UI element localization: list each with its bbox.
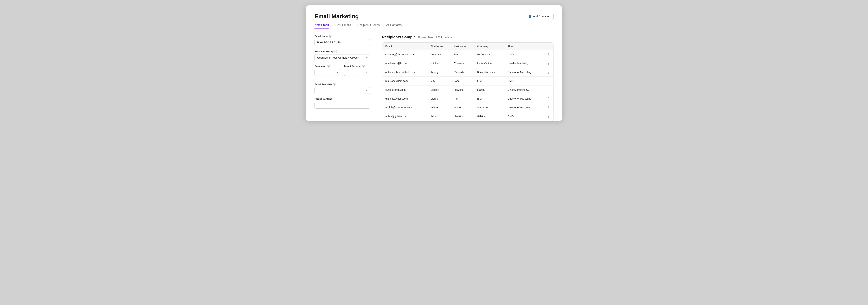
email-template-info-icon[interactable]: i (333, 83, 336, 86)
table-body: courtney@mcdonalds.comCourtneyFoxMcDonal… (382, 50, 554, 121)
header-row: Email Marketing 👤 Add Contacts (314, 13, 554, 20)
campaign-info-icon[interactable]: i (327, 65, 330, 67)
col-company: Company (474, 42, 504, 50)
col-email: Email (382, 42, 427, 50)
target-persona-wrapper: ▾ (344, 69, 370, 76)
table-row: m.edwards@lv.comMitchellEdwardsLouis Vui… (382, 59, 554, 68)
email-name-input[interactable] (314, 39, 370, 46)
cell-first-name: Arlene (427, 103, 451, 112)
cell-email: courtney@mcdonalds.com (382, 50, 427, 59)
row-menu-button[interactable]: ⋮ (541, 50, 553, 59)
cell-company: McDonald's (474, 50, 504, 59)
table-row: max.lane@ibm.comMaxLaneIBMCMO⋮ (382, 76, 554, 85)
cell-title: Director of Marketing (504, 94, 541, 103)
email-template-group: Email Template i ▾ (314, 83, 370, 94)
cell-last-name: Fox (451, 94, 474, 103)
cell-first-name: Aubrey (427, 68, 451, 76)
table-row: courtney@mcdonalds.comCourtneyFoxMcDonal… (382, 50, 554, 59)
campaign-label: Campaign i (314, 65, 341, 67)
target-content-select[interactable] (314, 102, 370, 109)
campaign-group: Campaign i ▾ (314, 65, 341, 79)
cell-last-name: Warren (451, 103, 474, 112)
target-content-label: Target Content i (314, 98, 370, 100)
target-content-group: Target Content i ▾ (314, 98, 370, 109)
cell-email: m.edwards@lv.com (382, 59, 427, 68)
tab-recipient-groups[interactable]: Recipient Groups (357, 24, 380, 29)
recipient-group-group: Recipient Group i Good List of Tech Comp… (314, 50, 370, 61)
cell-company: Starbucks (474, 103, 504, 112)
email-template-wrapper: ▾ (314, 87, 370, 94)
table-row: diane.fox@ibm.comDianneFoxIBMDirector of… (382, 94, 554, 103)
cell-title: Head of Marketing (504, 59, 541, 68)
cell-last-name: Richards (451, 68, 474, 76)
target-persona-select[interactable] (344, 69, 370, 76)
recipients-subtitle: Showing 10 of 12,324 contacts (417, 36, 452, 39)
recipient-group-select[interactable]: Good List of Tech Company CMOs (314, 54, 370, 61)
cell-last-name: Fox (451, 50, 474, 59)
add-person-icon: 👤 (528, 14, 532, 18)
row-menu-button[interactable]: ⋮ (541, 85, 553, 94)
campaign-select[interactable] (314, 69, 341, 76)
cell-title: Chief Marketing O... (504, 85, 541, 94)
cell-email: diane.fox@ibm.com (382, 94, 427, 103)
app-card: Email Marketing 👤 Add Contacts New Email… (306, 5, 562, 121)
add-contacts-label: Add Contacts (533, 15, 549, 18)
cell-email: arthur@gillette.com (382, 112, 427, 121)
email-template-label: Email Template i (314, 83, 370, 86)
col-title: Title (504, 42, 541, 50)
cell-last-name: Hawkins (451, 112, 474, 121)
cell-company: IBM (474, 94, 504, 103)
recipient-group-info-icon[interactable]: i (334, 50, 337, 53)
cell-company: Louis Vuitton (474, 59, 504, 68)
cell-title: Director of Marketing (504, 103, 541, 112)
target-persona-label: Target Persona i (344, 65, 370, 67)
row-menu-button[interactable]: ⋮ (541, 76, 553, 85)
cell-last-name: Hawkins (451, 85, 474, 94)
main-content: Email Name i Recipient Group i Good List… (314, 29, 554, 121)
cell-email: curtis@loreal.com (382, 85, 427, 94)
campaign-wrapper: ▾ (314, 69, 341, 76)
table-row: aubrey.richards@bofa.comAubreyRichardsBa… (382, 68, 554, 76)
row-menu-button[interactable]: ⋮ (541, 59, 553, 68)
cell-email: feclicia@starbucks.com (382, 103, 427, 112)
page-title: Email Marketing (314, 13, 359, 20)
row-menu-button[interactable]: ⋮ (541, 112, 553, 121)
tab-all-contacts[interactable]: All Contacts (386, 24, 402, 29)
target-content-wrapper: ▾ (314, 102, 370, 109)
table-header-row: Email First Name Last Name Company Title (382, 42, 554, 50)
cell-email: max.lane@ibm.com (382, 76, 427, 85)
cell-last-name: Edwards (451, 59, 474, 68)
email-name-label: Email Name i (314, 35, 370, 37)
cell-first-name: Arthur (427, 112, 451, 121)
cell-first-name: Courtney (427, 50, 451, 59)
col-last-name: Last Name (451, 42, 474, 50)
cell-last-name: Lane (451, 76, 474, 85)
campaign-row: Campaign i ▾ Target Persona i (314, 65, 370, 79)
row-menu-button[interactable]: ⋮ (541, 103, 553, 112)
add-contacts-button[interactable]: 👤 Add Contacts (524, 13, 554, 20)
target-persona-info-icon[interactable]: i (362, 65, 365, 67)
recipients-table-wrapper: Email First Name Last Name Company Title… (382, 42, 554, 121)
cell-first-name: Mitchell (427, 59, 451, 68)
cell-title: CMO (504, 50, 541, 59)
email-template-select[interactable] (314, 87, 370, 94)
tabs-row: New Email Sent Emails Recipient Groups A… (314, 24, 554, 29)
tab-new-email[interactable]: New Email (314, 24, 329, 29)
email-name-info-icon[interactable]: i (329, 35, 332, 37)
table-row: arthur@gillette.comArthurHawkinsGillette… (382, 112, 554, 121)
recipients-table: Email First Name Last Name Company Title… (382, 42, 554, 121)
target-content-info-icon[interactable]: i (333, 98, 335, 100)
recipient-group-label: Recipient Group i (314, 50, 370, 53)
cell-company: L'Oréal (474, 85, 504, 94)
row-menu-button[interactable]: ⋮ (541, 94, 553, 103)
tab-sent-emails[interactable]: Sent Emails (335, 24, 351, 29)
col-first-name: First Name (427, 42, 451, 50)
target-persona-group: Target Persona i ▾ (344, 65, 370, 79)
table-header: Email First Name Last Name Company Title (382, 42, 554, 50)
cell-company: Bank of America (474, 68, 504, 76)
cell-first-name: Max (427, 76, 451, 85)
row-menu-button[interactable]: ⋮ (541, 68, 553, 76)
cell-first-name: Dianne (427, 94, 451, 103)
right-panel: Recipients Sample Showing 10 of 12,324 c… (376, 35, 554, 121)
col-actions (541, 42, 553, 50)
